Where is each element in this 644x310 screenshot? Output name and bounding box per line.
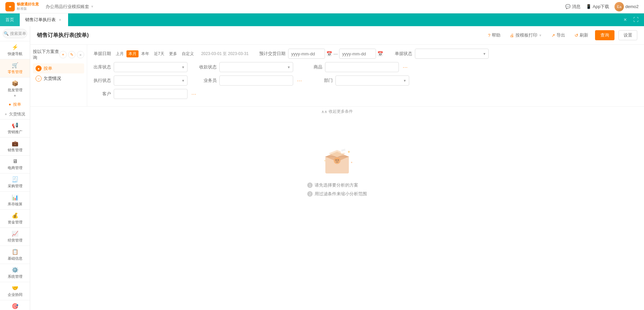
cal-from-icon[interactable]: 📅 xyxy=(326,51,332,56)
sidebar-item-retail[interactable]: 🛒 零售管理 xyxy=(0,59,30,77)
exec-status-label: 执行状态 xyxy=(93,78,111,84)
app-download-label: App下载 xyxy=(593,4,609,10)
edit-plan-button[interactable]: ✎ xyxy=(68,51,75,58)
tab-maximize-icon[interactable]: ⛶ xyxy=(632,16,640,24)
tip-num-2: 2 xyxy=(307,191,313,197)
exec-status-select[interactable] xyxy=(114,75,187,86)
sidebar-item-ecommerce[interactable]: 🖥 电商管理 xyxy=(0,156,30,173)
out-status-select[interactable] xyxy=(114,62,187,72)
filter-left-title: 按以下方案查询 xyxy=(33,49,59,61)
help-label: 帮助 xyxy=(492,32,500,38)
tab-home[interactable]: 首页 xyxy=(0,13,20,26)
out-status-label: 出库状态 xyxy=(93,64,111,70)
field-date: 单据日期 上月 本月 本年 近7天 更多 自定义 2023-03-01 至 20… xyxy=(93,50,249,57)
sidebar-item-purchase[interactable]: 🧾 采购管理 xyxy=(0,173,30,191)
tab-close-window-icon[interactable]: × xyxy=(621,16,629,24)
print-chevron-icon: ▼ xyxy=(539,34,542,37)
system-icon: ⚙️ xyxy=(12,267,18,273)
refresh-label: 刷新 xyxy=(580,32,588,38)
doc-status-select[interactable] xyxy=(415,49,489,59)
receipt-status-select-wrap: ▼ xyxy=(219,62,293,72)
date-btn-custom[interactable]: 自定义 xyxy=(180,50,196,57)
page-header: 销售订单执行表(按单) ? 帮助 🖨 按模板打印 ▼ ↗ 导出 xyxy=(30,26,644,45)
sidebar-sub-item-order[interactable]: ● 按单 xyxy=(0,100,30,109)
sidebar-item-sales[interactable]: 💼 销售管理 xyxy=(0,138,30,155)
operations-icon: 📈 xyxy=(12,230,18,237)
department-select-wrap: ▼ xyxy=(335,75,409,86)
help-button[interactable]: ? 帮助 xyxy=(485,31,503,40)
inventory-icon: 📊 xyxy=(12,194,18,201)
app-download-button[interactable]: 📱 App下载 xyxy=(586,4,609,10)
field-receipt-status: 收款状态 ▼ xyxy=(198,62,293,72)
refresh-button[interactable]: ↺ 刷新 xyxy=(572,31,591,40)
sidebar-item-inventory[interactable]: 📊 库存核算 xyxy=(0,192,30,209)
help-icon: ? xyxy=(488,33,490,38)
filter-left: 按以下方案查询 + ✎ « xyxy=(30,45,87,106)
filter-left-actions: + ✎ « xyxy=(59,51,84,58)
print-button[interactable]: 🖨 按模板打印 ▼ xyxy=(507,31,545,40)
empty-state: ✦ ✦ ✦ 1 请先选择要分析的方案 2 xyxy=(30,116,644,224)
user-area[interactable]: Ea demo2 xyxy=(614,2,639,11)
sidebar-item-finance[interactable]: 💰 资金管理 xyxy=(0,210,30,227)
query-button[interactable]: 查询 xyxy=(595,30,614,40)
goods-input[interactable] xyxy=(325,62,399,72)
print-label: 按模板打印 xyxy=(516,32,537,38)
date-btn-last-7days[interactable]: 近7天 xyxy=(152,50,166,57)
sidebar-search-button[interactable]: 🔍 搜索菜单 xyxy=(3,29,27,38)
retail-icon: 🛒 xyxy=(12,62,18,68)
add-plan-button[interactable]: + xyxy=(59,51,67,58)
edit-plan-icon: ✎ xyxy=(70,52,73,57)
department-select[interactable] xyxy=(335,75,409,86)
top-header-right: 💬 消息 📱 App下载 Ea demo2 xyxy=(565,2,639,11)
tab-sales-order-exec[interactable]: 销售订单执行表 × xyxy=(20,13,68,26)
out-status-select-wrap: ▼ xyxy=(114,62,187,72)
sidebar-section-inventory: 📊 库存核算 xyxy=(0,192,30,210)
collapse-panel-button[interactable]: « xyxy=(77,51,84,58)
svg-text:✦: ✦ xyxy=(351,161,353,164)
salesperson-label: 业务员 xyxy=(198,78,217,84)
forecast-date-to[interactable] xyxy=(339,49,376,59)
message-button[interactable]: 💬 消息 xyxy=(565,4,581,10)
sidebar-item-basic[interactable]: 📋 基础信息 xyxy=(0,246,30,264)
salesperson-more-icon[interactable]: ··· xyxy=(296,78,304,83)
tip-text-1: 请先选择要分析的方案 xyxy=(315,182,358,188)
collapse-more-bar[interactable]: ∧∧ 收起更多条件 xyxy=(30,106,644,116)
collapse-up-icon: ∧∧ xyxy=(321,109,327,114)
date-range-separator: — xyxy=(333,51,338,56)
sidebar-item-quick-nav[interactable]: ⚡ 快捷导航 xyxy=(0,41,30,59)
tip-text-2: 用过滤条件来缩小分析范围 xyxy=(315,191,367,197)
plan-order-label: 按单 xyxy=(44,65,52,71)
sidebar-item-marketing[interactable]: 📢 营销推广 xyxy=(0,119,30,137)
customer-input[interactable] xyxy=(114,89,187,99)
sidebar-item-newbie[interactable]: 🎯 新手引导 xyxy=(0,300,30,310)
settings-button[interactable]: 设置 xyxy=(619,30,637,40)
sidebar-item-enterprise[interactable]: 🤝 企业协同 xyxy=(0,282,30,300)
empty-tip-1: 1 请先选择要分析的方案 xyxy=(307,182,367,188)
sidebar-item-wholesale[interactable]: 📦 批发管理 ▲ xyxy=(0,78,30,100)
collapse-icon: « xyxy=(79,53,82,57)
date-btn-this-month[interactable]: 本月 xyxy=(126,50,139,57)
sidebar-sub-item-debt[interactable]: ● 欠货情况 xyxy=(0,109,30,119)
sidebar-item-operations[interactable]: 📈 经营管理 xyxy=(0,228,30,246)
doc-status-label: 单据状态 xyxy=(394,51,412,57)
breadcrumb[interactable]: 办公用品行业模拟账套 ▼ xyxy=(46,4,94,10)
date-btn-more[interactable]: 更多 xyxy=(167,50,179,57)
export-icon: ↗ xyxy=(551,33,555,38)
date-btn-this-year[interactable]: 本年 xyxy=(139,50,151,57)
goods-more-icon[interactable]: ··· xyxy=(401,64,409,70)
filter-plan-order[interactable]: ● 按单 xyxy=(33,63,84,73)
field-goods: 商品 ··· xyxy=(304,62,409,72)
cal-to-icon[interactable]: 📅 xyxy=(377,51,383,56)
filter-right: 单据日期 上月 本月 本年 近7天 更多 自定义 2023-03-01 至 20… xyxy=(87,45,644,106)
finance-icon: 💰 xyxy=(12,212,18,219)
forecast-date-from[interactable] xyxy=(288,49,325,59)
customer-more-icon[interactable]: ··· xyxy=(190,91,198,97)
date-btn-last-month[interactable]: 上月 xyxy=(114,50,126,57)
receipt-status-select[interactable] xyxy=(219,62,293,72)
salesperson-input[interactable] xyxy=(219,75,293,86)
sidebar-item-system[interactable]: ⚙️ 系统管理 xyxy=(0,264,30,282)
tab-close-icon[interactable]: × xyxy=(58,17,62,22)
export-button[interactable]: ↗ 导出 xyxy=(549,31,568,40)
field-customer: 客户 ··· xyxy=(93,89,198,99)
filter-plan-debt[interactable]: ○ 欠货情况 xyxy=(33,73,84,84)
